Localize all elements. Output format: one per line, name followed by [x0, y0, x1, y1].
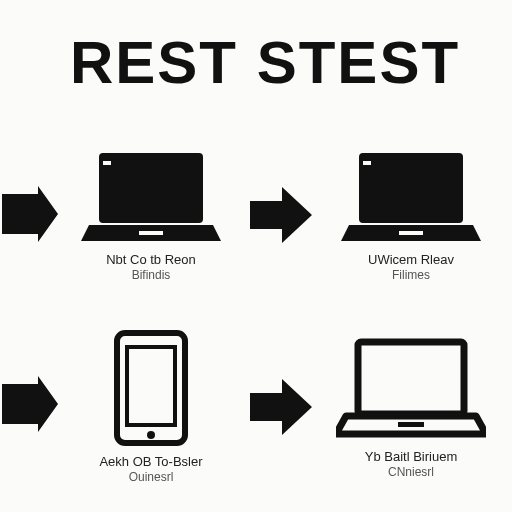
- page-title: REST STEST: [70, 28, 460, 97]
- tablet-outline-icon: [101, 329, 201, 449]
- svg-rect-8: [365, 159, 457, 213]
- caption-2-line1: UWicem Rleav: [368, 253, 454, 268]
- laptop-outline-icon: [336, 334, 486, 444]
- arrow-right-icon: [250, 379, 312, 435]
- svg-rect-3: [105, 159, 197, 213]
- cell-laptop-1: Nbt Co tb Reon Bifindis: [66, 147, 236, 283]
- svg-rect-5: [139, 231, 163, 235]
- arrow-1: [236, 187, 326, 243]
- laptop-solid-icon: [81, 147, 221, 247]
- caption-1-line2: Bifindis: [106, 269, 196, 283]
- cell-laptop-2: UWicem Rleav Filimes: [326, 147, 496, 283]
- caption-3-line2: Ouinesrl: [99, 471, 202, 485]
- svg-rect-15: [358, 342, 464, 414]
- svg-rect-4: [103, 161, 111, 165]
- svg-rect-10: [399, 231, 423, 235]
- svg-rect-12: [127, 347, 175, 425]
- arrow-right-icon: [250, 187, 312, 243]
- caption-1: Nbt Co tb Reon Bifindis: [106, 253, 196, 283]
- caption-2-line2: Filimes: [368, 269, 454, 283]
- caption-4-line1: Yb Baitl Biriuem: [365, 450, 457, 465]
- diagram-grid: Nbt Co tb Reon Bifindis UWicem Rleav: [0, 130, 512, 512]
- cell-laptop-outline: Yb Baitl Biriuem CNniesrl: [326, 334, 496, 480]
- caption-3: Aekh OB To-Bsler Ouinesrl: [99, 455, 202, 485]
- row-2: Aekh OB To-Bsler Ouinesrl Yb Baitl Biriu…: [0, 322, 512, 492]
- svg-rect-9: [363, 161, 371, 165]
- arrow-2: [236, 379, 326, 435]
- laptop-solid-icon: [341, 147, 481, 247]
- svg-marker-6: [250, 187, 312, 243]
- svg-point-13: [147, 431, 155, 439]
- caption-4-line2: CNniesrl: [365, 466, 457, 480]
- cell-tablet: Aekh OB To-Bsler Ouinesrl: [66, 329, 236, 485]
- caption-4: Yb Baitl Biriuem CNniesrl: [365, 450, 457, 480]
- caption-2: UWicem Rleav Filimes: [368, 253, 454, 283]
- caption-3-line1: Aekh OB To-Bsler: [99, 455, 202, 470]
- row-1: Nbt Co tb Reon Bifindis UWicem Rleav: [0, 130, 512, 300]
- svg-marker-14: [250, 379, 312, 435]
- svg-rect-16: [398, 422, 424, 427]
- caption-1-line1: Nbt Co tb Reon: [106, 253, 196, 268]
